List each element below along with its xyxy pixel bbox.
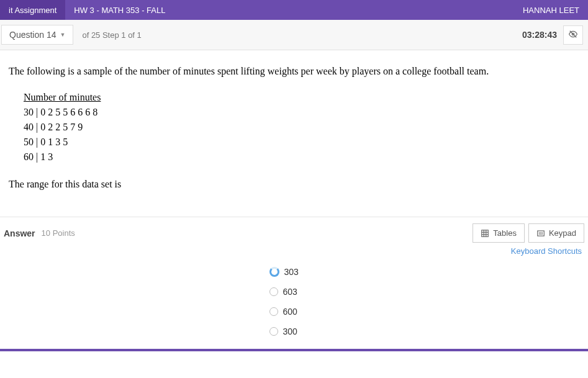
question-intro: The following is a sample of the number … xyxy=(9,64,579,79)
question-content: The following is a sample of the number … xyxy=(0,50,588,217)
svg-rect-2 xyxy=(482,230,489,236)
svg-point-12 xyxy=(541,233,541,234)
step-progress: of 25 Step 1 of 1 xyxy=(73,30,150,40)
option-row[interactable]: 300 xyxy=(269,326,319,336)
answer-header: Answer 10 Points Tables Keypad xyxy=(0,217,588,245)
radio-icon[interactable] xyxy=(269,327,278,336)
timer-display: 03:28:43 xyxy=(522,30,563,40)
svg-point-13 xyxy=(542,233,543,234)
question-prompt: The range for this data set is xyxy=(9,177,579,192)
question-number-label: Question 14 xyxy=(9,30,57,40)
option-row[interactable]: 303 xyxy=(269,267,319,277)
stem-row: 60 | 1 3 xyxy=(24,150,579,164)
loading-spinner-icon xyxy=(269,267,279,277)
answer-section: Answer 10 Points Tables Keypad Keyboard … xyxy=(0,217,588,349)
option-label: 600 xyxy=(283,307,297,317)
radio-icon[interactable] xyxy=(269,287,278,296)
svg-rect-7 xyxy=(538,230,545,235)
question-selector[interactable]: Question 14 ▼ xyxy=(1,25,73,45)
app-header: it Assignment HW 3 - MATH 353 - FALL HAN… xyxy=(0,0,588,20)
keypad-button[interactable]: Keypad xyxy=(528,223,584,243)
radio-icon[interactable] xyxy=(269,307,278,316)
answer-label: Answer xyxy=(4,228,35,238)
svg-point-8 xyxy=(539,232,540,233)
keypad-button-label: Keypad xyxy=(549,228,576,238)
option-row[interactable]: 603 xyxy=(269,287,319,297)
option-label: 603 xyxy=(283,287,297,297)
stem-row: 30 | 0 2 5 5 6 6 6 8 xyxy=(24,105,579,120)
svg-point-11 xyxy=(539,233,540,234)
assignment-link[interactable]: it Assignment xyxy=(0,0,65,20)
answer-options: 303 603 600 300 xyxy=(0,267,588,349)
tables-button[interactable]: Tables xyxy=(473,223,525,243)
user-name[interactable]: HANNAH LEET xyxy=(514,0,588,20)
stem-leaf-plot: Number of minutes 30 | 0 2 5 5 6 6 6 8 4… xyxy=(24,90,579,164)
option-label: 300 xyxy=(283,326,297,336)
footer-accent xyxy=(0,349,588,351)
tables-button-label: Tables xyxy=(493,228,517,238)
stem-row: 40 | 0 2 2 5 7 9 xyxy=(24,120,579,135)
stem-row: 50 | 0 1 3 5 xyxy=(24,135,579,150)
option-label: 303 xyxy=(284,267,299,277)
svg-point-10 xyxy=(542,232,543,233)
svg-point-9 xyxy=(541,232,541,233)
question-toolbar: Question 14 ▼ of 25 Step 1 of 1 03:28:43 xyxy=(0,20,588,50)
answer-points: 10 Points xyxy=(42,228,75,238)
keypad-icon xyxy=(536,229,545,238)
stem-leaf-title: Number of minutes xyxy=(24,90,579,105)
chevron-down-icon: ▼ xyxy=(60,32,66,38)
assignment-title: HW 3 - MATH 353 - FALL xyxy=(65,0,514,20)
eye-off-icon xyxy=(569,30,577,38)
table-icon xyxy=(481,229,489,238)
keyboard-shortcuts-link[interactable]: Keyboard Shortcuts xyxy=(0,245,588,267)
visibility-toggle-button[interactable] xyxy=(563,25,583,45)
option-row[interactable]: 600 xyxy=(269,307,319,317)
